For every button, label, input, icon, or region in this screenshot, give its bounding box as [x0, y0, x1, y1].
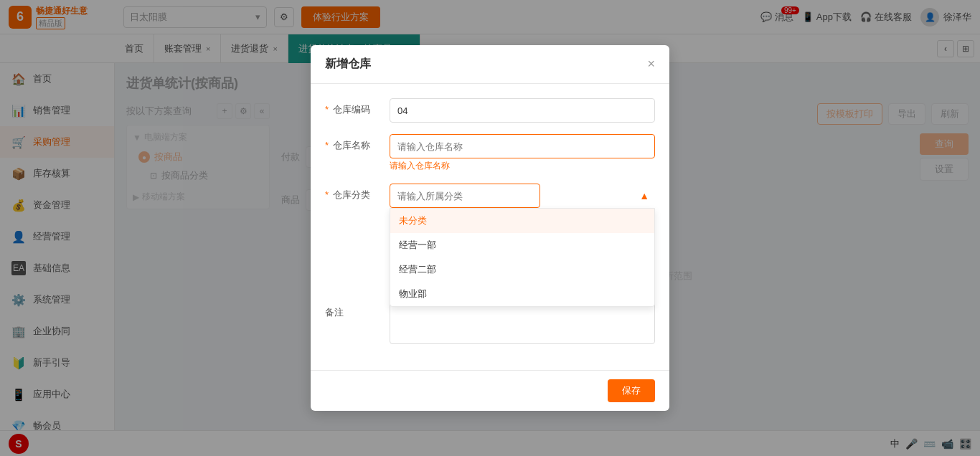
- code-label: * 仓库编码: [325, 98, 390, 116]
- classify-input[interactable]: [390, 184, 540, 208]
- name-label: * 仓库名称: [325, 134, 390, 152]
- classify-dropdown-toggle[interactable]: ▲: [639, 190, 649, 201]
- name-error-msg: 请输入仓库名称: [390, 160, 655, 172]
- modal-overlay[interactable]: 新增仓库 × * 仓库编码 * 仓库名称: [0, 0, 980, 456]
- name-input[interactable]: [390, 134, 655, 158]
- dropdown-item-unclassified[interactable]: 未分类: [390, 209, 654, 233]
- note-label: 备注: [325, 301, 390, 319]
- warehouse-classify-field: * 仓库分类 ▲ 未分类 经营一部 经营二部 物业部: [325, 184, 655, 208]
- warehouse-name-field: * 仓库名称 请输入仓库名称: [325, 134, 655, 172]
- dropdown-item-ops2[interactable]: 经营二部: [390, 257, 654, 282]
- classify-label: * 仓库分类: [325, 184, 390, 201]
- warehouse-code-field: * 仓库编码: [325, 98, 655, 123]
- modal-close-button[interactable]: ×: [647, 57, 655, 72]
- code-input[interactable]: [390, 98, 655, 123]
- warehouse-note-field: 备注: [325, 301, 655, 344]
- modal-header: 新增仓库 ×: [311, 45, 669, 84]
- modal-body: * 仓库编码 * 仓库名称 请输入仓库名称: [311, 84, 669, 370]
- classify-input-wrap: ▲: [390, 184, 655, 208]
- save-button[interactable]: 保存: [608, 379, 655, 402]
- dropdown-item-ops1[interactable]: 经营一部: [390, 233, 654, 257]
- modal-title: 新增仓库: [325, 57, 371, 72]
- dropdown-item-property[interactable]: 物业部: [390, 282, 654, 306]
- classify-dropdown-list: 未分类 经营一部 经营二部 物业部: [390, 208, 655, 307]
- new-warehouse-modal: 新增仓库 × * 仓库编码 * 仓库名称: [311, 45, 669, 411]
- note-textarea[interactable]: [390, 301, 655, 344]
- modal-footer: 保存: [311, 370, 669, 411]
